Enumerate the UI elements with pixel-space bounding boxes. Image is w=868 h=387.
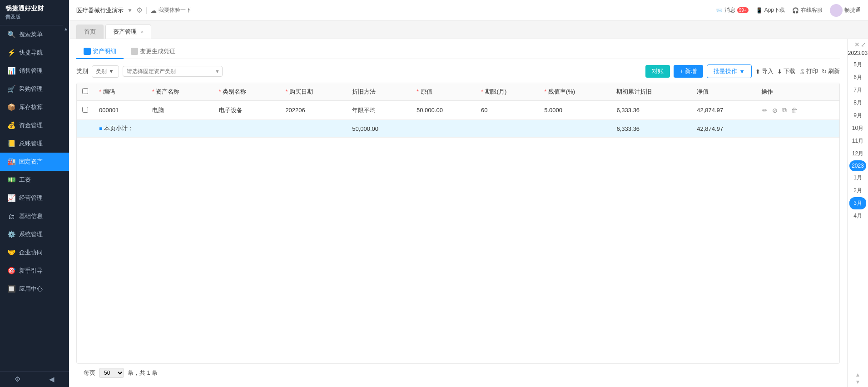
sidebar-label-fixed-assets: 固定资产 bbox=[19, 158, 43, 166]
sidebar-item-sales[interactable]: 📊销售管理 bbox=[0, 62, 69, 80]
edit-button[interactable]: ✏ bbox=[761, 106, 769, 115]
right-panel-expand-button[interactable]: ⤢ bbox=[861, 41, 866, 48]
sidebar-item-app-center[interactable]: 🔲应用中心 bbox=[0, 280, 69, 298]
company-dropdown-icon[interactable]: ▼ bbox=[127, 7, 133, 14]
table-select-all[interactable] bbox=[82, 88, 88, 94]
timeline-month-7月[interactable]: 7月 bbox=[849, 84, 866, 96]
logo-title: 畅捷通好业财 bbox=[5, 5, 64, 13]
asset-category-input[interactable] bbox=[123, 66, 223, 77]
row-checkbox[interactable] bbox=[82, 107, 88, 113]
sidebar-collapse-btn[interactable]: ▲ bbox=[63, 25, 69, 32]
tab-close-资产管理[interactable]: × bbox=[139, 29, 144, 35]
sidebar-icon-search: 🔍 bbox=[7, 30, 15, 39]
timeline-month-11月[interactable]: 11月 bbox=[849, 135, 866, 147]
batch-button[interactable]: 批量操作 ▼ bbox=[707, 64, 752, 78]
sidebar-icon-ledger: 📒 bbox=[7, 139, 15, 148]
import-button[interactable]: ⬆ 导入 bbox=[755, 67, 774, 75]
sub-tab-资产明细[interactable]: 资产明细 bbox=[76, 45, 124, 59]
col-类别名称: * 类别名称 bbox=[213, 83, 280, 101]
timeline-up-button[interactable]: ▲ bbox=[855, 372, 861, 378]
main-content: 医疗器械行业演示 ▼ ⚙ ☁ 我要体验一下 📨 消息 99+ 📱 App下载 🎧… bbox=[69, 0, 868, 387]
sidebar-item-inventory[interactable]: 📦库存核算 bbox=[0, 98, 69, 116]
sidebar-label-enterprise: 企业协同 bbox=[19, 248, 43, 257]
user-profile-button[interactable]: 畅捷通 bbox=[830, 4, 861, 17]
timeline-month-2月[interactable]: 2月 bbox=[849, 184, 866, 197]
sidebar-item-basic-info[interactable]: 🗂基础信息 bbox=[0, 207, 69, 225]
print-button[interactable]: 🖨 打印 bbox=[799, 67, 818, 75]
settings-gear-icon[interactable]: ⚙ bbox=[136, 6, 143, 15]
sidebar-label-sales: 销售管理 bbox=[19, 67, 43, 75]
timeline-section: 5月6月7月8月9月10月11月12月20231月2月3月4月 bbox=[848, 58, 868, 370]
timeline-month-12月[interactable]: 12月 bbox=[849, 148, 866, 160]
sidebar-icon-fund: 💰 bbox=[7, 121, 15, 129]
asset-table-wrap: * 编码* 资产名称* 类别名称* 购买日期折旧方法* 原值* 期限(月)* 残… bbox=[76, 83, 840, 364]
new-button[interactable]: + 新增 bbox=[674, 65, 703, 78]
sidebar-item-search[interactable]: 🔍搜索菜单 bbox=[0, 25, 69, 44]
sidebar-label-guide: 新手引导 bbox=[19, 267, 43, 275]
sidebar-icon-app-center: 🔲 bbox=[7, 285, 15, 293]
experience-button[interactable]: ☁ 我要体验一下 bbox=[150, 6, 191, 14]
timeline-month-9月[interactable]: 9月 bbox=[849, 109, 866, 122]
per-page-select[interactable]: 50 100 bbox=[99, 368, 124, 378]
copy-button[interactable]: ⧉ bbox=[781, 105, 788, 115]
timeline-month-3月[interactable]: 3月 bbox=[849, 197, 866, 209]
sidebar-item-fixed-assets[interactable]: 🏭固定资产 bbox=[0, 153, 69, 171]
sidebar-item-guide[interactable]: 🎯新手引导 bbox=[0, 262, 69, 280]
app-download-button[interactable]: 📱 App下载 bbox=[756, 6, 785, 14]
category-filter[interactable]: 类别 ▼ bbox=[92, 65, 119, 78]
sidebar-item-operations[interactable]: 📈经营管理 bbox=[0, 189, 69, 207]
sidebar-icon-quick-nav: ⚡ bbox=[7, 49, 15, 57]
sidebar-item-ledger[interactable]: 📒总账管理 bbox=[0, 134, 69, 153]
timeline-month-8月[interactable]: 8月 bbox=[849, 97, 866, 109]
refresh-button[interactable]: ↻ 刷新 bbox=[822, 67, 840, 75]
right-panel-close-button[interactable]: ✕ bbox=[854, 41, 860, 48]
toolbar-left: 类别 类别 ▼ ▼ bbox=[76, 65, 223, 78]
sidebar-item-payroll[interactable]: 💵工资 bbox=[0, 171, 69, 189]
sidebar-item-quick-nav[interactable]: ⚡快捷导航 bbox=[0, 44, 69, 62]
sidebar-icon-sales: 📊 bbox=[7, 67, 15, 75]
right-panel-year: 2023.03 bbox=[848, 48, 868, 58]
filter-label: 类别 bbox=[76, 67, 88, 75]
timeline-down-button[interactable]: ▼ bbox=[855, 379, 861, 385]
sub-tab-变更生成凭证[interactable]: 变更生成凭证 bbox=[124, 45, 183, 59]
sidebar-item-fund[interactable]: 💰资金管理 bbox=[0, 116, 69, 134]
print-icon: 🖨 bbox=[799, 68, 805, 75]
right-panel-controls: ✕ ⤢ bbox=[848, 39, 868, 48]
col-编码: * 编码 bbox=[94, 83, 147, 101]
duizhang-button[interactable]: 对账 bbox=[645, 65, 670, 78]
right-panel-arrows: ▲ ▼ bbox=[848, 370, 868, 387]
sidebar-icon-enterprise: 🤝 bbox=[7, 248, 15, 257]
timeline-month-1月[interactable]: 1月 bbox=[849, 172, 866, 184]
sidebar-item-system[interactable]: ⚙️系统管理 bbox=[0, 225, 69, 243]
timeline-month-4月[interactable]: 4月 bbox=[849, 210, 866, 222]
sidebar-label-payroll: 工资 bbox=[19, 176, 31, 184]
sidebar-label-search: 搜索菜单 bbox=[19, 30, 43, 39]
tab-首页[interactable]: 首页 bbox=[76, 25, 104, 39]
download-button[interactable]: ⬇ 下载 bbox=[777, 67, 795, 75]
sidebar-item-enterprise[interactable]: 🤝企业协同 bbox=[0, 243, 69, 262]
sidebar-icon-basic-info: 🗂 bbox=[7, 213, 15, 220]
toolbar-right: 对账 + 新增 批量操作 ▼ ⬆ 导入 ⬇ 下载 🖨 bbox=[645, 64, 840, 78]
col-净值: 净值 bbox=[691, 83, 756, 101]
row-action-2[interactable]: ⊘ bbox=[771, 106, 779, 115]
sidebar-label-fund: 资金管理 bbox=[19, 121, 43, 129]
settings-icon[interactable]: ⚙ bbox=[15, 375, 20, 383]
timeline-month-5月[interactable]: 5月 bbox=[849, 59, 866, 71]
col-购买日期: * 购买日期 bbox=[280, 83, 347, 101]
timeline-month-10月[interactable]: 10月 bbox=[849, 122, 866, 134]
download-btn-icon: ⬇ bbox=[777, 68, 782, 75]
download-icon: 📱 bbox=[756, 7, 763, 14]
online-service-button[interactable]: 🎧 在线客服 bbox=[792, 6, 823, 14]
delete-button[interactable]: 🗑 bbox=[790, 106, 799, 115]
collapse-icon[interactable]: ◀ bbox=[49, 375, 55, 383]
timeline-month-6月[interactable]: 6月 bbox=[849, 71, 866, 84]
sidebar-item-purchase[interactable]: 🛒采购管理 bbox=[0, 80, 69, 98]
tab-资产管理[interactable]: 资产管理 × bbox=[105, 25, 151, 39]
company-name: 医疗器械行业演示 bbox=[76, 6, 124, 15]
category-filter-arrow: ▼ bbox=[109, 68, 114, 74]
timeline-year-2023[interactable]: 2023 bbox=[849, 160, 866, 171]
notification-button[interactable]: 📨 消息 99+ bbox=[716, 6, 749, 14]
total-label: 条，共 1 条 bbox=[128, 369, 158, 377]
filter-input-wrap: ▼ bbox=[123, 66, 223, 77]
avatar bbox=[830, 4, 843, 17]
